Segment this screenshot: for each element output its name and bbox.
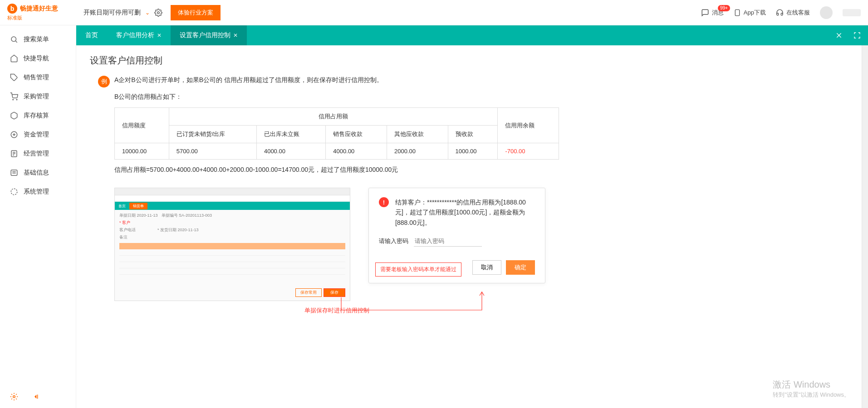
topbar: b 畅捷通好生意 标准版 开账日期可停用可删 ⌄ 体验行业方案 消息 99+ A… [0,0,868,25]
credit-warning-dialog: ! 结算客户：************的信用占用额为[1888.00元]，超过了… [368,188,545,283]
cancel-button[interactable]: 取消 [472,260,501,275]
tabbar: 首页 客户信用分析✕ 设置客户信用控制✕ [76,25,868,45]
support-button[interactable]: 在线客服 [776,9,810,17]
info-icon [10,169,18,177]
chat-icon [701,9,709,17]
scrollbar[interactable] [862,45,868,408]
confirm-button[interactable]: 确定 [506,260,535,275]
svg-point-16 [11,189,17,195]
sidebar-item-purchase[interactable]: 采购管理 [0,87,76,106]
user-name-placeholder [843,9,861,16]
brand-icon: b [7,4,17,14]
page-title: 设置客户信用控制 [90,54,848,67]
example-text: A企对B公司进行开单时，如果B公司的 信用占用额超过了信用额度，则在保存时进行信… [114,75,383,85]
sidebar: 搜索菜单 快捷导航 销售管理 采购管理 库存核算 资金管理 经营管理 基础信息 … [0,25,76,408]
table-row: 10000.00 5700.00 4000.00 4000.00 2000.00… [115,143,559,160]
sidebar-item-quicknav[interactable]: 快捷导航 [0,49,76,68]
svg-point-7 [16,99,17,100]
password-input[interactable] [414,236,482,247]
search-icon [10,35,18,44]
brand-name: 畅捷通好生意 [20,5,58,13]
sys-icon [10,188,18,196]
app-download-button[interactable]: App下载 [734,9,766,17]
sidebar-item-sales[interactable]: 销售管理 [0,68,76,87]
example-subtitle: B公司的信用额占如下： [114,93,840,101]
coin-icon [10,131,18,139]
tab-home[interactable]: 首页 [76,25,107,45]
col-balance: 信用用余额 [498,108,559,143]
close-icon[interactable]: ✕ [157,32,162,39]
password-label: 请输入密码 [379,237,408,245]
col-group-occupied: 信用占用额 [169,108,498,126]
sidebar-item-inventory[interactable]: 库存核算 [0,106,76,125]
messages-button[interactable]: 消息 99+ [701,9,724,17]
chevron-down-icon: ⌄ [145,10,150,16]
svg-point-6 [13,99,14,100]
dialog-note: 需要老板输入密码本单才能通过 [375,262,461,277]
arrow-illustration [341,292,486,319]
sidebar-item-operations[interactable]: 经营管理 [0,144,76,163]
headset-icon [776,9,784,16]
screenshot-illustration: 首页销货单 单据日期 2020-11-13单据编号 SA-20201113-00… [114,188,350,301]
svg-point-3 [11,37,16,42]
gear-icon[interactable] [154,9,162,17]
error-icon: ! [379,197,389,207]
svg-rect-18 [37,395,38,399]
tab-credit-analysis[interactable]: 客户信用分析✕ [107,25,171,45]
box-icon [10,112,18,120]
arrow-caption: 单据保存时进行信用控制 [114,306,559,315]
content-area: 设置客户信用控制 例 A企对B公司进行开单时，如果B公司的 信用占用额超过了信用… [76,45,862,408]
close-icon[interactable]: ✕ [233,32,238,39]
sidebar-item-funds[interactable]: 资金管理 [0,125,76,144]
sidebar-item-basicinfo[interactable]: 基础信息 [0,163,76,182]
phone-icon [734,9,741,16]
svg-rect-1 [735,10,739,15]
messages-badge: 99+ [718,5,730,11]
svg-point-0 [157,11,160,14]
dialog-message: 结算客户：************的信用占用额为[1888.00元]，超过了信用… [395,197,535,228]
formula-text: 信用占用额=5700.00+4000.00+4000.00+2000.00-10… [114,166,840,174]
sidebar-item-search[interactable]: 搜索菜单 [0,30,76,49]
try-industry-button[interactable]: 体验行业方案 [171,5,221,20]
doc-icon [10,150,18,158]
tag-icon [10,73,18,82]
svg-line-4 [15,41,17,42]
cart-icon [10,92,18,101]
home-icon [10,54,18,63]
sidebar-item-system[interactable]: 系统管理 [0,182,76,201]
tab-credit-control-settings[interactable]: 设置客户信用控制✕ [171,25,247,45]
account-period-dropdown[interactable]: 开账日期可停用可删 ⌄ [83,9,150,17]
settings-icon[interactable] [10,393,18,401]
svg-point-17 [13,396,15,398]
collapse-sidebar-icon[interactable] [32,393,40,401]
credit-table: 信用额度 信用占用额 信用用余额 已订货未销货/出库 已出库未立账 销售应收款 … [114,107,559,160]
user-avatar[interactable] [820,6,833,19]
close-all-tabs-icon[interactable] [832,28,846,43]
brand-edition: 标准版 [7,15,22,21]
example-badge-icon: 例 [98,76,110,87]
col-credit-limit: 信用额度 [115,108,169,143]
brand-logo: b 畅捷通好生意 标准版 [7,4,76,21]
fullscreen-icon[interactable] [850,28,864,43]
